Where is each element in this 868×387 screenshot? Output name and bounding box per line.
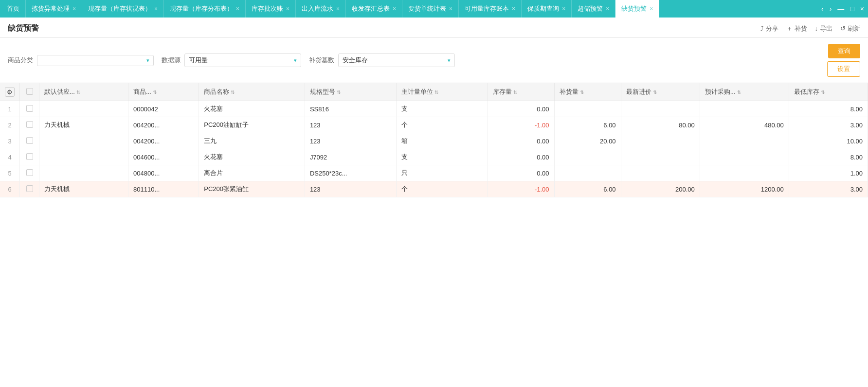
row-spec: 123 [305, 117, 396, 133]
tab-demand-stats[interactable]: 要货单统计表 × [402, 0, 459, 18]
row-spec: 123 [305, 181, 396, 197]
close-tab-2[interactable]: × [154, 5, 158, 12]
export-icon: ↓ [815, 25, 818, 32]
row-min-stock: 1.00 [789, 165, 868, 181]
tab-inout-flow[interactable]: 出入库流水 × [296, 0, 346, 18]
close-tab-9[interactable]: × [562, 5, 565, 12]
row-num: 5 [0, 165, 20, 181]
datasource-select[interactable]: 可用量 ▾ [184, 53, 301, 67]
row-est-purchase [700, 149, 789, 165]
tab-available-ledger[interactable]: 可用量库存账本 × [459, 0, 522, 18]
close-tab-1[interactable]: × [72, 5, 76, 12]
row-product-name: 火花塞 [199, 101, 305, 117]
row-select-checkbox[interactable] [26, 153, 33, 160]
tab-overstock[interactable]: 超储预警 × [572, 0, 615, 18]
col-product-code[interactable]: 商品... ⇅ [128, 83, 199, 101]
row-supplier: 力天机械 [39, 181, 128, 197]
row-select-checkbox[interactable] [26, 121, 33, 128]
tab-prev-btn[interactable]: ‹ [818, 3, 827, 15]
category-select[interactable]: ▾ [37, 55, 154, 66]
row-spec: 123 [305, 133, 396, 149]
row-supplier [39, 165, 128, 181]
close-tab-6[interactable]: × [393, 5, 396, 12]
tab-inventory-dist[interactable]: 现存量（库存分布表） × [164, 0, 246, 18]
table-settings-icon[interactable]: ⚙ [5, 87, 15, 97]
close-tab-11[interactable]: × [650, 5, 653, 12]
tab-receive-summary[interactable]: 收发存汇总表 × [346, 0, 402, 18]
settings-button[interactable]: 设置 [827, 61, 860, 77]
row-replenish: 20.00 [554, 133, 621, 149]
row-est-purchase: 1200.00 [700, 181, 789, 197]
col-checkbox[interactable] [20, 83, 39, 101]
col-replenish[interactable]: 补货量 ⇅ [554, 83, 621, 101]
select-all-checkbox[interactable] [26, 88, 33, 95]
row-product-name: 三九 [199, 133, 305, 149]
tab-home[interactable]: 首页 [1, 0, 26, 18]
col-settings[interactable]: ⚙ [0, 83, 20, 101]
row-checkbox[interactable] [20, 133, 39, 149]
export-button[interactable]: ↓ 导出 [815, 24, 833, 33]
row-spec: J7092 [305, 149, 396, 165]
close-tab-3[interactable]: × [236, 5, 239, 12]
row-select-checkbox[interactable] [26, 169, 33, 176]
row-est-purchase [700, 133, 789, 149]
category-label: 商品分类 [8, 56, 33, 65]
close-tab-5[interactable]: × [336, 5, 340, 12]
row-select-checkbox[interactable] [26, 105, 33, 112]
close-tab-10[interactable]: × [606, 5, 609, 12]
col-latest-price[interactable]: 最新进价 ⇅ [621, 83, 700, 101]
close-tab-8[interactable]: × [512, 5, 515, 12]
row-supplier [39, 133, 128, 149]
row-select-checkbox[interactable] [26, 185, 33, 192]
sort-replenish-icon: ⇅ [580, 89, 584, 95]
col-default-supplier[interactable]: 默认供应... ⇅ [39, 83, 128, 101]
col-unit[interactable]: 主计量单位 ⇅ [397, 83, 488, 101]
tab-expiry-query[interactable]: 保质期查询 × [522, 0, 572, 18]
row-checkbox[interactable] [20, 181, 39, 197]
replenish-button[interactable]: ＋ 补货 [786, 24, 807, 33]
col-product-name[interactable]: 商品名称 ⇅ [199, 83, 305, 101]
row-product-code: 004600... [128, 149, 199, 165]
datasource-filter-group: 数据源 可用量 ▾ [162, 53, 301, 67]
row-supplier: 力天机械 [39, 117, 128, 133]
row-checkbox[interactable] [20, 149, 39, 165]
tab-shortage[interactable]: 缺货预警 × [615, 0, 659, 18]
col-min-stock[interactable]: 最低库存 ⇅ [789, 83, 868, 101]
datasource-label: 数据源 [162, 56, 181, 65]
col-stock[interactable]: 库存量 ⇅ [488, 83, 554, 101]
close-tab-4[interactable]: × [286, 5, 289, 12]
row-min-stock: 8.00 [789, 149, 868, 165]
row-latest-price: 80.00 [621, 117, 700, 133]
query-button[interactable]: 查询 [828, 44, 860, 58]
close-tab-7[interactable]: × [449, 5, 452, 12]
col-est-purchase[interactable]: 预计采购... ⇅ [700, 83, 789, 101]
row-stock: 0.00 [488, 133, 554, 149]
row-replenish [554, 149, 621, 165]
col-spec[interactable]: 规格型号 ⇅ [305, 83, 396, 101]
replenish-base-select[interactable]: 安全库存 ▾ [338, 53, 455, 67]
replenish-base-filter-group: 补货基数 安全库存 ▾ [309, 53, 455, 67]
tab-nav-buttons: ‹ › — □ × [818, 3, 867, 15]
share-button[interactable]: ⤴ 分享 [760, 24, 778, 33]
tab-minimize-btn[interactable]: — [834, 3, 847, 15]
row-stock: -1.00 [488, 117, 554, 133]
row-checkbox[interactable] [20, 101, 39, 117]
row-product-name: 离合片 [199, 165, 305, 181]
tab-picking-exception[interactable]: 拣货异常处理 × [26, 0, 82, 18]
row-replenish [554, 165, 621, 181]
sort-unit-icon: ⇅ [434, 89, 438, 95]
row-checkbox[interactable] [20, 165, 39, 181]
tab-restore-btn[interactable]: □ [847, 3, 857, 15]
category-filter-group: 商品分类 ▾ [8, 55, 154, 66]
refresh-button[interactable]: ↺ 刷新 [840, 24, 860, 33]
row-product-code: 004200... [128, 117, 199, 133]
tab-close-window-btn[interactable]: × [857, 3, 867, 15]
row-checkbox[interactable] [20, 117, 39, 133]
tab-next-btn[interactable]: › [827, 3, 835, 15]
tab-batch-account[interactable]: 库存批次账 × [246, 0, 296, 18]
row-select-checkbox[interactable] [26, 137, 33, 144]
tab-bar: 首页 拣货异常处理 × 现存量（库存状况表） × 现存量（库存分布表） × 库存… [0, 0, 868, 18]
tab-inventory-status[interactable]: 现存量（库存状况表） × [82, 0, 164, 18]
row-latest-price [621, 133, 700, 149]
header-actions: ⤴ 分享 ＋ 补货 ↓ 导出 ↺ 刷新 [760, 24, 861, 33]
